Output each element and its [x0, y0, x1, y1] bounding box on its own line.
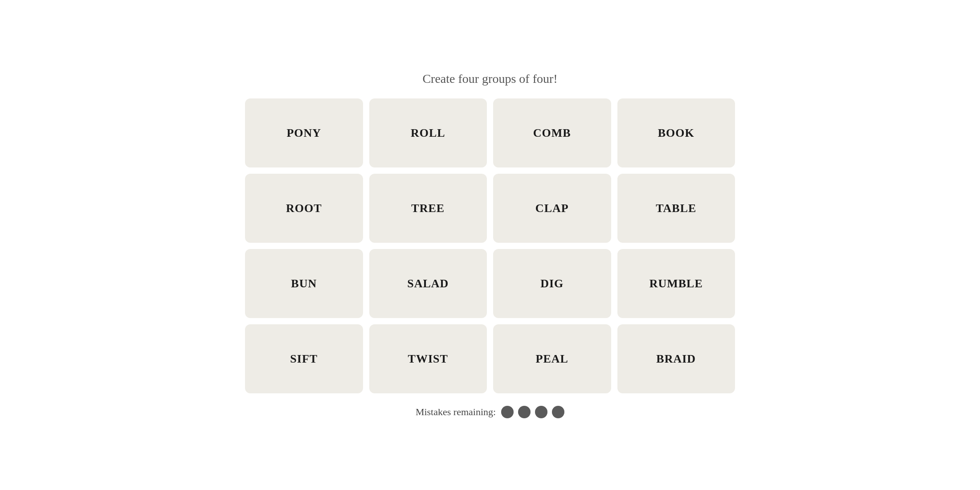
tile-label-tree: TREE: [411, 202, 445, 215]
tile-label-twist: TWIST: [408, 352, 448, 366]
tile-table[interactable]: TABLE: [617, 174, 735, 243]
tile-rumble[interactable]: RUMBLE: [617, 249, 735, 318]
tile-label-table: TABLE: [656, 202, 696, 215]
tile-tree[interactable]: TREE: [369, 174, 487, 243]
tile-label-roll: ROLL: [411, 127, 445, 140]
tile-pony[interactable]: PONY: [245, 98, 363, 167]
tile-label-braid: BRAID: [656, 352, 696, 366]
tile-dig[interactable]: DIG: [493, 249, 611, 318]
tile-label-rumble: RUMBLE: [649, 277, 703, 290]
mistake-dot-2: [518, 406, 531, 418]
tile-label-comb: COMB: [533, 127, 571, 140]
mistakes-row: Mistakes remaining:: [416, 406, 564, 418]
tile-braid[interactable]: BRAID: [617, 324, 735, 393]
tile-label-bun: BUN: [291, 277, 317, 290]
tile-label-peal: PEAL: [536, 352, 568, 366]
tile-label-dig: DIG: [540, 277, 564, 290]
tile-clap[interactable]: CLAP: [493, 174, 611, 243]
tile-grid: PONYROLLCOMBBOOKROOTTREECLAPTABLEBUNSALA…: [245, 98, 735, 393]
tile-root[interactable]: ROOT: [245, 174, 363, 243]
tile-twist[interactable]: TWIST: [369, 324, 487, 393]
dots-container: [501, 406, 564, 418]
tile-sift[interactable]: SIFT: [245, 324, 363, 393]
tile-label-sift: SIFT: [290, 352, 318, 366]
tile-roll[interactable]: ROLL: [369, 98, 487, 167]
mistake-dot-4: [552, 406, 564, 418]
mistakes-label: Mistakes remaining:: [416, 406, 496, 418]
tile-comb[interactable]: COMB: [493, 98, 611, 167]
tile-label-salad: SALAD: [407, 277, 449, 290]
tile-label-pony: PONY: [286, 127, 321, 140]
subtitle: Create four groups of four!: [422, 72, 557, 86]
tile-bun[interactable]: BUN: [245, 249, 363, 318]
tile-peal[interactable]: PEAL: [493, 324, 611, 393]
mistake-dot-3: [535, 406, 547, 418]
tile-book[interactable]: BOOK: [617, 98, 735, 167]
tile-salad[interactable]: SALAD: [369, 249, 487, 318]
tile-label-book: BOOK: [658, 127, 694, 140]
tile-label-clap: CLAP: [535, 202, 569, 215]
game-container: Create four groups of four! PONYROLLCOMB…: [245, 72, 735, 418]
mistake-dot-1: [501, 406, 514, 418]
tile-label-root: ROOT: [286, 202, 322, 215]
